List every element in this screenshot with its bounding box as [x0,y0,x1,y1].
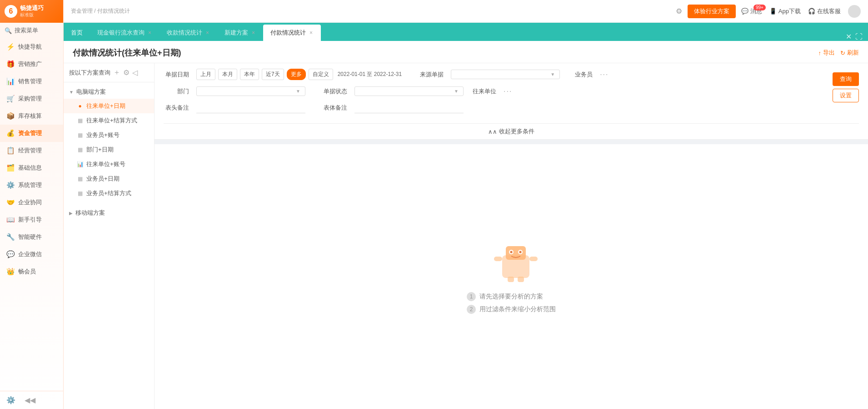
sidebar-item-guide[interactable]: 📖 新手引导 [0,211,63,228]
empty-state: 1 请先选择要分析的方案 2 用过滤条件来缩小分析范围 [155,144,868,409]
search-icon: 🔍 [5,27,12,34]
scheme-item-salesman-payment-label: 业务员+结算方式 [86,189,131,197]
date-btn-last-month[interactable]: 上月 [196,69,215,80]
scheme-panel-title: 按以下方案查询 [69,69,110,77]
maximize-icon[interactable]: ⛶ [855,33,863,41]
tab-bank-flow-close[interactable]: × [147,29,152,37]
date-btn-more[interactable]: 更多 [287,69,306,80]
sidebar-label-inventory: 库存核算 [18,112,42,120]
tab-payment-stat[interactable]: 付款情况统计 × [263,25,321,41]
settings-scheme-icon[interactable]: ⚙ [123,68,130,77]
logo-sub: 标准版 [20,12,44,18]
scheme-item-unit-date[interactable]: ● 往来单位+日期 [64,99,154,113]
sidebar-item-purchase[interactable]: 🛒 采购管理 [0,90,63,107]
sidebar-item-basic[interactable]: 🗂️ 基础信息 [0,159,63,177]
sidebar-item-system[interactable]: ⚙️ 系统管理 [0,177,63,194]
sidebar-item-enterprise[interactable]: 🤝 企业协同 [0,194,63,211]
source-doc-select[interactable]: ▼ [451,70,560,79]
filter-fields: 单据日期 上月 本月 本年 近7天 更多 自定义 [164,69,825,120]
topbar-settings-icon[interactable]: ⚙ [676,7,682,15]
doc-status-select[interactable]: ▼ [354,86,464,96]
online-service-button[interactable]: 🎧 在线客服 [808,7,841,15]
empty-tip-2: 2 用过滤条件来缩小分析范围 [467,305,556,314]
sidebar-item-sales[interactable]: 📊 销售管理 [0,73,63,90]
scheme-item-salesman-account[interactable]: ▦ 业务员+账号 [64,128,154,142]
date-btn-this-year[interactable]: 本年 [240,69,259,80]
sidebar-item-operation[interactable]: 📋 经营管理 [0,142,63,159]
scheme-item-unit-account[interactable]: 📊 往来单位+账号 [64,157,154,172]
tab-receivable-close[interactable]: × [205,29,210,37]
add-scheme-icon[interactable]: ＋ [113,68,120,77]
tab-payment-stat-close[interactable]: × [309,29,314,37]
related-unit-dots[interactable]: ··· [504,87,512,96]
mobile-scheme-label: 移动端方案 [75,209,105,217]
table-body-note-input[interactable] [354,102,464,113]
sidebar-item-capital[interactable]: 💰 资金管理 [0,125,63,142]
hardware-icon: 🔧 [6,233,15,241]
trial-button[interactable]: 体验行业方案 [688,5,736,18]
scheme-item-salesman-date-label: 业务员+日期 [86,175,120,183]
sidebar-item-wechat[interactable]: 💬 企业微信 [0,246,63,263]
scheme-item-salesman-account-label: 业务员+账号 [86,131,120,139]
sidebar-item-member[interactable]: 👑 畅会员 [0,263,63,280]
pc-scheme-group-title[interactable]: ▼ 电脑端方案 [64,85,154,99]
sidebar-label-guide: 新手引导 [18,216,42,224]
sidebar-item-inventory[interactable]: 📦 库存核算 [0,107,63,125]
scheme-item-salesman-payment[interactable]: ▦ 业务员+结算方式 [64,186,154,201]
scheme-item-salesman-date[interactable]: ▦ 业务员+日期 [64,172,154,186]
sidebar-item-marketing[interactable]: 🎁 营销推广 [0,56,63,73]
filter-settings-button[interactable]: 设置 [833,89,859,102]
sidebar-label-marketing: 营销推广 [18,60,42,68]
tab-home[interactable]: 首页 [64,25,90,41]
pc-group-arrow: ▼ [69,90,74,95]
filter-row-3: 表头备注 表体备注 [164,102,825,113]
app-download-button[interactable]: 📱 App下载 [769,7,801,15]
unit-account-icon: 📊 [76,161,84,168]
scheme-item-dept-date[interactable]: ▦ 部门+日期 [64,142,154,157]
close-all-tabs-icon[interactable]: ✕ [846,32,852,41]
messages-button[interactable]: 💬 消息 99+ [741,7,762,15]
online-service-label: 在线客服 [817,7,841,15]
scheme-item-unit-payment[interactable]: ▦ 往来单位+结算方式 [64,113,154,128]
sidebar-item-quick-nav[interactable]: ⚡ 快捷导航 [0,38,63,56]
table-body-note-label: 表体备注 [322,104,347,112]
date-btn-custom[interactable]: 自定义 [309,69,333,80]
export-label: 导出 [823,49,835,57]
system-icon: ⚙️ [6,181,15,189]
search-menu[interactable]: 🔍 搜索菜单 [0,23,63,38]
date-btn-7days[interactable]: 近7天 [262,69,284,80]
tab-new-scheme-close[interactable]: × [251,29,256,37]
date-selector: 上月 本月 本年 近7天 更多 自定义 2022-01-01 至 [196,69,402,80]
sidebar-item-hardware[interactable]: 🔧 智能硬件 [0,228,63,246]
dept-date-icon: ▦ [76,146,84,153]
tab-receivable[interactable]: 收款情况统计 × [160,25,217,41]
collapse-sidebar-icon[interactable]: ◀◀ [25,396,35,404]
tab-home-label: 首页 [71,29,83,37]
sidebar-label-operation: 经营管理 [18,146,42,155]
date-btn-this-month[interactable]: 本月 [218,69,237,80]
export-button[interactable]: ↑ 导出 [818,49,835,57]
scheme-item-dept-date-label: 部门+日期 [86,146,114,154]
scheme-item-unit-account-label: 往来单位+账号 [86,160,125,168]
tab-bank-flow[interactable]: 现金银行流水查询 × [90,25,160,41]
dept-select[interactable]: ▼ [196,86,305,96]
filter-row-1: 单据日期 上月 本月 本年 近7天 更多 自定义 [164,69,825,80]
settings-footer-icon[interactable]: ⚙️ [6,396,15,404]
source-doc-label: 来源单据 [418,71,444,79]
collapse-more-conditions[interactable]: ∧∧ 收起更多条件 [164,123,859,139]
salesman-dots[interactable]: ··· [600,71,609,79]
tab-new-scheme[interactable]: 新建方案 × [217,25,263,41]
collapse-scheme-icon[interactable]: ◁ [132,68,138,77]
mobile-scheme-group-title[interactable]: ▶ 移动端方案 [64,206,154,220]
page-actions: ↑ 导出 ↻ 刷新 [818,49,859,57]
user-avatar[interactable] [848,5,861,18]
tip-text-1: 请先选择要分析的方案 [479,293,543,301]
refresh-button[interactable]: ↻ 刷新 [840,49,859,57]
page-header: 付款情况统计(往来单位+日期) ↑ 导出 ↻ 刷新 [64,41,868,63]
table-head-note-input[interactable] [196,102,305,113]
filter-row-1-group: 单据日期 上月 本月 本年 近7天 更多 自定义 [164,69,859,120]
filter-section: 单据日期 上月 本月 本年 近7天 更多 自定义 [155,63,868,140]
query-button[interactable]: 查询 [833,72,859,86]
scheme-panel-header: 按以下方案查询 ＋ ⚙ ◁ [64,63,154,82]
export-icon: ↑ [818,50,822,56]
